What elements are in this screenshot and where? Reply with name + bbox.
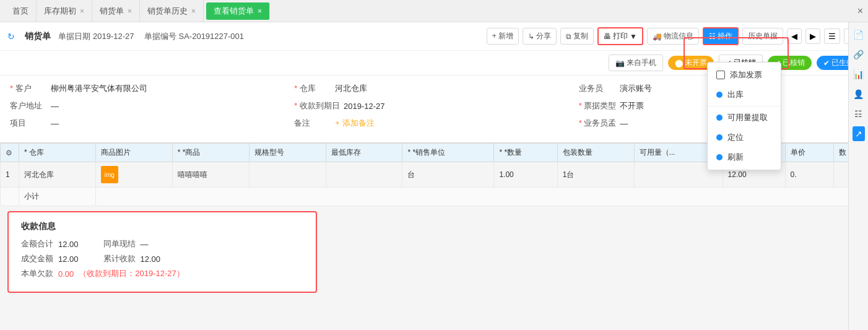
next-record-button[interactable]: ▶ (805, 28, 820, 44)
cumulative-label: 累计收款 (103, 253, 136, 264)
tab-close-inventory[interactable]: × (80, 7, 84, 15)
dropdown-locate[interactable]: 定位 (708, 128, 781, 147)
tab-home[interactable]: 首页 (5, 0, 37, 22)
dropdown-divider (708, 106, 781, 106)
window-close-button[interactable]: × (857, 6, 863, 17)
sidebar-grid-icon[interactable]: ☷ (852, 106, 865, 121)
total-amount-label: 金额合计 (21, 238, 53, 250)
sidebar-chart-icon[interactable]: 📊 (851, 67, 866, 82)
operations-dropdown: 添加发票 出库 可用量提取 定位 刷新 (707, 62, 781, 170)
sidebar-document-icon[interactable]: 📄 (851, 27, 866, 42)
print-dropdown-icon: ▼ (630, 32, 637, 41)
circle-icon: ⬤ (675, 59, 683, 67)
from-phone-button[interactable]: 📷 来自手机 (609, 54, 663, 71)
payment-cumulative: 累计收款 12.00 (103, 253, 161, 264)
total-amount-value: 12.00 (58, 240, 79, 249)
row-spec (249, 162, 326, 188)
owed-label: 本单欠款 (21, 268, 53, 279)
customer-value: 柳州粤港平安气体有限公司 (51, 83, 147, 94)
doc-icon: ↻ (7, 32, 15, 41)
sidebar-link-icon[interactable]: 🔗 (851, 47, 866, 62)
customer-label: 客户 (10, 83, 47, 94)
history-button[interactable]: 历史单据 (742, 28, 783, 45)
subtotal-row: 小计 (1, 188, 868, 206)
warehouse-label: 仓库 (294, 83, 331, 94)
payment-deal-amount: 成交金额 12.00 (21, 253, 79, 264)
logistics-button[interactable]: 🚚 物流信息 (647, 28, 699, 45)
dropdown-add-invoice[interactable]: 添加发票 (708, 65, 781, 85)
col-qty-header: * *数量 (494, 144, 557, 162)
col-salesunit-header: * *销售单位 (402, 144, 494, 162)
tab-inventory[interactable]: 库存期初 × (37, 0, 92, 22)
dropdown-outbound[interactable]: 出库 (708, 85, 781, 105)
project-field: 项目 — (10, 118, 289, 129)
col-product-header: * *商品 (172, 144, 249, 162)
customer-field: 客户 柳州粤港平安气体有限公司 (10, 83, 289, 94)
effective-icon: ✔ (823, 59, 830, 67)
tab-sales-history[interactable]: 销货单历史 × (140, 0, 204, 22)
project-value: — (51, 119, 59, 128)
row-warehouse: 河北仓库 (19, 162, 96, 188)
sidebar-person-icon[interactable]: 👤 (851, 87, 866, 102)
same-order-value: — (141, 240, 149, 249)
col-image-header: 商品图片 (95, 144, 172, 162)
sidebar-expand-icon[interactable]: ↗ (853, 126, 865, 141)
list-view-button[interactable]: ☰ (824, 28, 840, 44)
col-spec-header: 规格型号 (249, 144, 326, 162)
subtotal-values (95, 188, 867, 206)
subtotal-label (1, 188, 19, 206)
ticket-label: 票据类型 (579, 100, 617, 111)
prev-record-button[interactable]: ◀ (787, 28, 802, 44)
same-order-label: 同单现结 (103, 238, 136, 250)
circle-blue-icon4 (716, 154, 723, 160)
plus-icon: + (335, 118, 340, 128)
tab-view-sales[interactable]: 查看销货单 × (206, 2, 270, 20)
row-image: img (95, 162, 172, 188)
project-label: 项目 (10, 118, 47, 129)
payment-title: 收款信息 (21, 221, 303, 232)
row-qty: 1.00 (494, 162, 557, 188)
truck-icon: 🚚 (653, 32, 662, 41)
col-packqty-header: 包装数量 (557, 144, 634, 162)
document-header: ↻ 销货单 单据日期 2019-12-27 单据编号 SA-20191227-0… (0, 22, 868, 51)
add-note-button[interactable]: + 添加备注 (335, 118, 374, 129)
tab-close-sales[interactable]: × (128, 7, 132, 15)
doc-date-value: 2019-12-27 (93, 32, 134, 41)
settings-icon[interactable]: ⚙ (6, 149, 12, 157)
deal-amount-value: 12.00 (58, 254, 79, 264)
dropdown-available-qty[interactable]: 可用量提取 (708, 108, 781, 128)
circle-blue-icon2 (716, 115, 723, 121)
add-button[interactable]: + 新增 (487, 28, 519, 45)
tab-close-history[interactable]: × (191, 7, 196, 15)
dropdown-refresh[interactable]: 刷新 (708, 147, 781, 167)
subtotal-text: 小计 (19, 188, 96, 206)
operations-button[interactable]: ☷ 操作 (703, 27, 739, 45)
tab-sales[interactable]: 销货单 × (92, 0, 140, 22)
salesperson-label: 业务员 (579, 83, 616, 94)
col-warehouse-header: * 仓库 (19, 144, 96, 162)
doc-title-area: ↻ 销货单 单据日期 2019-12-27 单据编号 SA-20191227-0… (7, 31, 244, 42)
doc-number-value: SA-20191227-001 (179, 32, 245, 41)
print-icon: 🖶 (604, 32, 611, 41)
payment-row-1: 金额合计 12.00 同单现结 — (21, 238, 303, 250)
doc-type-label: 销货单 (25, 31, 51, 42)
owed-value: 0.00 (58, 269, 74, 279)
doc-date-label: 单据日期 2019-12-27 (58, 31, 134, 42)
note-field: 备注 + 添加备注 (294, 118, 573, 129)
col-minstock-header: 最低库存 (326, 144, 402, 162)
payment-row-2: 成交金额 12.00 累计收款 12.00 (21, 253, 303, 264)
share-button[interactable]: ↳ 分享 (523, 28, 557, 45)
payment-total-amount: 金额合计 12.00 (21, 238, 79, 250)
copy-icon: ⧉ (566, 32, 571, 41)
circle-blue-icon3 (716, 134, 723, 141)
tab-close-view[interactable]: × (258, 7, 262, 15)
product-thumbnail: img (101, 166, 118, 183)
address-label: 客户地址 (10, 100, 47, 111)
doc-meta: 单据日期 2019-12-27 单据编号 SA-20191227-001 (58, 31, 244, 42)
payment-row-3: 本单欠款 0.00 （收款到期日：2019-12-27） (21, 268, 303, 279)
copy-button[interactable]: ⧉ 复制 (560, 28, 594, 45)
salesperson-value: 演示账号 (620, 83, 652, 94)
print-button[interactable]: 🖶 打印 ▼ (597, 27, 643, 45)
right-sidebar: 📄 🔗 📊 👤 ☷ ↗ (848, 22, 868, 298)
due-date-note: （收款到期日：2019-12-27） (79, 268, 184, 279)
